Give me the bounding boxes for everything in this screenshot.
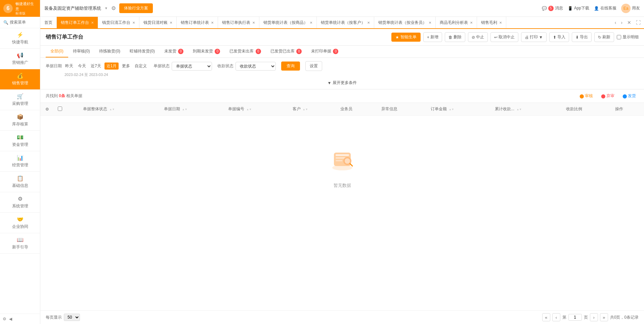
pagination: 每页显示 50 « ‹ 第 页 › » 共0页，0条记录 xyxy=(40,310,644,324)
tab-close-icon[interactable]: ✕ xyxy=(429,21,431,25)
tab-close-icon[interactable]: ✕ xyxy=(310,21,312,25)
tab-cash-clear[interactable]: 钱货日清工作台 ✕ xyxy=(98,17,139,29)
search-button[interactable]: 查询 xyxy=(281,62,300,71)
user-menu[interactable]: Ea 用友 xyxy=(621,4,640,13)
tab-close-icon[interactable]: ✕ xyxy=(91,21,94,25)
tab-close-icon[interactable]: ✕ xyxy=(132,21,135,25)
sidebar-item-inventory[interactable]: 📦 库存核算 xyxy=(0,110,40,131)
stop-button[interactable]: ⊘ 中止 xyxy=(468,32,488,42)
refresh-button[interactable]: ↻ 刷新 xyxy=(594,32,614,42)
add-button[interactable]: + 新增 xyxy=(423,32,442,42)
topbar-settings-icon[interactable]: ⚙ xyxy=(111,5,116,11)
first-page-button[interactable]: « xyxy=(542,313,550,321)
sub-tab-label: 待审核(0) xyxy=(73,49,90,53)
tab-home[interactable]: 首页 xyxy=(40,17,57,29)
sidebar-item-label: 经营管理 xyxy=(12,162,28,168)
sub-tab-not-shipped[interactable]: 未发货 0 xyxy=(160,46,188,57)
delete-label: 删除 xyxy=(454,34,462,40)
tab-sales-gross[interactable]: 销售毛利 ✕ xyxy=(477,17,506,29)
settings-col-icon[interactable]: ⚙ xyxy=(45,107,49,112)
sidebar-item-purchase[interactable]: 🛒 采购管理 xyxy=(0,90,40,110)
tab-scroll-left-button[interactable]: ‹ xyxy=(613,19,618,26)
status-select[interactable]: 单据状态 xyxy=(172,62,212,71)
cancel-review-button[interactable]: ⬤ 弃审 xyxy=(598,92,617,100)
tab-close-icon[interactable]: ✕ xyxy=(211,21,214,25)
date-7days[interactable]: 近7天 xyxy=(89,63,102,70)
sidebar-item-system[interactable]: ⚙ 系统管理 xyxy=(0,192,40,213)
sidebar-item-enterprise[interactable]: 🤝 企业协同 xyxy=(0,213,40,233)
sales-icon: 💰 xyxy=(17,73,24,79)
delete-button[interactable]: 🗑 删除 xyxy=(445,32,465,42)
search-menu[interactable]: 🔍 搜索菜单 xyxy=(0,17,40,28)
tab-sales-by-customer[interactable]: 销货单统计表（按客户） ✕ xyxy=(317,17,374,29)
date-more[interactable]: 更多 xyxy=(121,63,131,70)
sub-tab-all[interactable]: 全部(0) xyxy=(46,46,68,57)
select-all-checkbox[interactable] xyxy=(58,107,62,111)
tab-sales-exec[interactable]: 销售订单执行表 ✕ xyxy=(218,17,259,29)
prev-page-button[interactable]: ‹ xyxy=(552,313,560,321)
sub-tab-pending-review[interactable]: 待审核(0) xyxy=(68,46,95,57)
tab-scroll-right-button[interactable]: › xyxy=(619,19,624,26)
date-yesterday[interactable]: 昨天 xyxy=(64,63,75,70)
message-center[interactable]: 💬 5 消息 xyxy=(542,5,563,11)
tab-expand-button[interactable]: ⛶ xyxy=(635,19,642,26)
filter-area: 单据日期 昨天 今天 近7天 近1月 更多 自定义 单据状态 单据状态 xyxy=(40,58,644,89)
date-today[interactable]: 今天 xyxy=(77,63,87,70)
collapse-icon[interactable]: ◀ xyxy=(9,317,12,321)
tab-close-icon[interactable]: ✕ xyxy=(367,21,370,25)
sub-tab-shipped-not-out[interactable]: 已发货未出库 0 xyxy=(225,46,265,57)
tab-close-icon[interactable]: ✕ xyxy=(499,21,502,25)
smart-generate-button[interactable]: ★ 智能生单 xyxy=(391,33,421,42)
next-page-button[interactable]: › xyxy=(590,313,598,321)
page-size-select[interactable]: 50 xyxy=(64,314,80,321)
sub-tab-wangpu-pending-ship[interactable]: 旺铺待发货(0) xyxy=(125,46,160,57)
search-label: 搜索菜单 xyxy=(10,19,26,25)
tab-cash-reconcile[interactable]: 钱货日清对账 ✕ xyxy=(139,17,177,29)
payment-select[interactable]: 收款状态 xyxy=(235,62,276,71)
not-printed-badge: 0 xyxy=(333,49,338,54)
date-custom[interactable]: 自定义 xyxy=(133,63,148,70)
print-button[interactable]: 🖨 打印 ▼ xyxy=(521,32,547,42)
tab-close-icon[interactable]: ✕ xyxy=(252,21,255,25)
page-input[interactable] xyxy=(568,314,582,321)
last-page-button[interactable]: » xyxy=(600,313,608,321)
settings-filter-button[interactable]: 设置 xyxy=(305,61,322,71)
show-detail-checkbox[interactable]: 显示明细 xyxy=(617,34,639,40)
cancel-stop-button[interactable]: ↩ 取消中止 xyxy=(490,32,518,42)
export-button[interactable]: ⬇ 导出 xyxy=(572,32,592,42)
tab-sales-stats[interactable]: 销售订单统计表 ✕ xyxy=(177,17,218,29)
tab-gross-profit[interactable]: 商品毛利分析表 ✕ xyxy=(436,17,477,29)
show-detail-input[interactable] xyxy=(617,35,621,39)
tab-close-all-button[interactable]: ✕ xyxy=(626,19,633,26)
tab-label: 商品毛利分析表 xyxy=(440,20,468,26)
sidebar-item-finance[interactable]: 💵 资金管理 xyxy=(0,131,40,151)
expand-more-conditions[interactable]: ▼ 展开更多条件 xyxy=(328,80,357,86)
sidebar-item-guide[interactable]: 📖 新手引导 xyxy=(0,233,40,254)
sidebar-item-marketing[interactable]: 📢 营销推广 xyxy=(0,49,40,69)
tab-sales-order[interactable]: 销售订单工作台 ✕ xyxy=(57,17,98,29)
sidebar-item-label: 资金管理 xyxy=(12,142,28,148)
app-download[interactable]: 📱 App下载 xyxy=(568,5,589,11)
tab-sales-by-staff[interactable]: 销货单统计表（按业务员） ✕ xyxy=(374,17,436,29)
review-action-button[interactable]: ⬤ 审核 xyxy=(577,92,596,100)
tab-sales-by-product[interactable]: 销货单统计表（按商品） ✕ xyxy=(259,17,317,29)
tab-close-icon[interactable]: ✕ xyxy=(170,21,172,25)
sidebar-item-basic-info[interactable]: 📋 基础信息 xyxy=(0,172,40,192)
sidebar-item-operations[interactable]: 📊 经营管理 xyxy=(0,151,40,172)
sub-tab-not-printed[interactable]: 未打印单据 0 xyxy=(306,46,343,57)
sub-tab-shipped-out[interactable]: 已发货已出库 0 xyxy=(266,46,306,57)
sidebar-item-sales[interactable]: 💰 销售管理 xyxy=(0,69,40,90)
marketing-icon: 📢 xyxy=(17,52,24,58)
sub-tab-overdue-ship[interactable]: 到期未发货 0 xyxy=(188,46,225,57)
tab-close-icon[interactable]: ✕ xyxy=(470,21,473,25)
settings-bottom-icon[interactable]: ⚙ xyxy=(3,317,6,321)
online-service[interactable]: 👤 在线客服 xyxy=(594,5,616,11)
sort-icon: ▲▼ xyxy=(516,108,522,111)
sidebar-item-quick-nav[interactable]: ⚡ 快捷导航 xyxy=(0,28,40,49)
ship-action-button[interactable]: ⬤ 发货 xyxy=(620,92,639,100)
tab-label: 钱货日清工作台 xyxy=(102,20,130,26)
industry-solution-button[interactable]: 体验行业方案 xyxy=(119,3,153,13)
sub-tab-pending-inspection[interactable]: 待拣验货(0) xyxy=(94,46,125,57)
import-button[interactable]: ⬆ 导入 xyxy=(549,32,569,42)
date-1month[interactable]: 近1月 xyxy=(104,63,119,70)
